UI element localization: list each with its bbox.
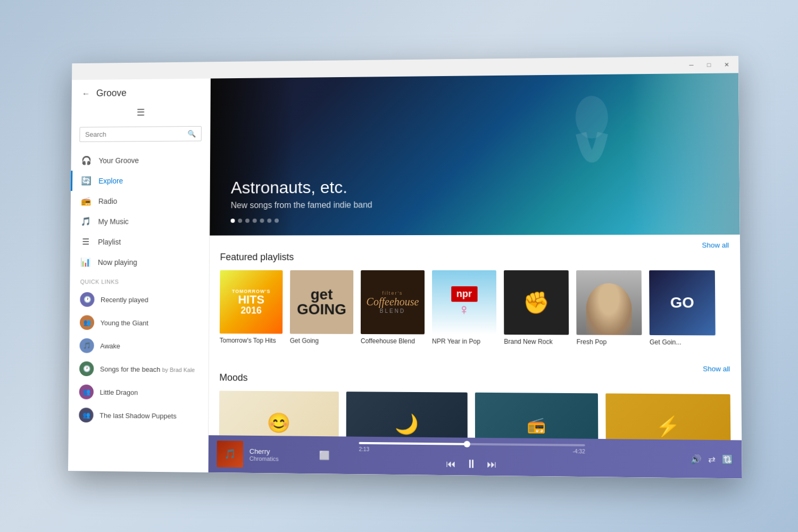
hero-title: Astronauts, etc. bbox=[231, 176, 718, 198]
playlist-title-rock: Brand New Rock bbox=[504, 338, 569, 346]
maximize-button[interactable]: □ bbox=[701, 60, 717, 70]
playlist-thumb-rock: ✊ bbox=[504, 270, 569, 335]
search-icon: 🔍 bbox=[187, 130, 196, 138]
little-dragon-avatar: 👥 bbox=[79, 385, 94, 400]
explore-icon: 🔄 bbox=[81, 176, 91, 186]
quick-links-heading: QUICK LINKS bbox=[70, 272, 209, 288]
progress-thumb[interactable] bbox=[463, 441, 470, 447]
hero-banner[interactable]: Astronauts, etc. New songs from the fame… bbox=[210, 73, 740, 235]
playlist-thumb-going: getGOING bbox=[290, 270, 353, 334]
nav-my-music[interactable]: 🎵 My Music bbox=[70, 211, 209, 231]
close-button[interactable]: ✕ bbox=[719, 59, 734, 70]
mood-chill[interactable]: 📻 bbox=[475, 392, 598, 440]
now-playing-artist: Chromatics bbox=[250, 455, 313, 462]
moods-row: 😊 🌙 📻 ⚡ bbox=[219, 390, 731, 440]
mini-player-button[interactable]: ⬜ bbox=[319, 450, 330, 460]
app-body: ← Groove ☰ 🔍 🎧 Your Groove 🔄 Explore 📻 R… bbox=[68, 73, 742, 478]
moods-section-title: Moods bbox=[219, 372, 730, 386]
songs-beach-label: Songs for the beach by Brad Kale bbox=[100, 365, 195, 373]
mood-energetic[interactable]: ⚡ bbox=[605, 393, 730, 440]
app-title: Groove bbox=[96, 88, 127, 99]
hero-dot-7[interactable] bbox=[275, 219, 279, 223]
nav-your-groove[interactable]: 🎧 Your Groove bbox=[71, 149, 210, 171]
playback-controls: ⏮ ⏸ ⏭ bbox=[446, 457, 496, 471]
hero-dot-5[interactable] bbox=[260, 219, 264, 223]
hero-subtitle: New songs from the famed indie band bbox=[231, 199, 718, 210]
progress-section: 2:13 -4:32 bbox=[359, 442, 585, 454]
radio-icon: 📻 bbox=[81, 196, 91, 206]
progress-times: 2:13 -4:32 bbox=[359, 446, 585, 454]
nav-radio[interactable]: 📻 Radio bbox=[71, 190, 210, 211]
nav-radio-label: Radio bbox=[98, 197, 117, 205]
moods-show-all-button[interactable]: Show all bbox=[703, 364, 730, 373]
main-content: Astronauts, etc. New songs from the fame… bbox=[209, 73, 742, 440]
sidebar-header: ← Groove bbox=[72, 79, 210, 103]
hero-dot-6[interactable] bbox=[267, 219, 271, 223]
nav-explore-label: Explore bbox=[98, 177, 123, 185]
skip-forward-button[interactable]: ⏭ bbox=[487, 459, 496, 470]
playlist-thumb-npm: npr ♀ bbox=[432, 270, 496, 335]
nav-playlist[interactable]: ☰ Playlist bbox=[70, 231, 209, 252]
pause-button[interactable]: ⏸ bbox=[466, 457, 477, 471]
quick-link-recently-played[interactable]: 🕐 Recently played bbox=[70, 288, 209, 311]
search-bar[interactable]: 🔍 bbox=[79, 126, 202, 142]
quick-link-awake[interactable]: 🎵 Awake bbox=[69, 334, 209, 358]
quick-link-last-shadow[interactable]: 👥 The last Shadow Puppets bbox=[69, 403, 209, 428]
volume-button[interactable]: 🔊 bbox=[691, 454, 702, 464]
skip-back-button[interactable]: ⏮ bbox=[446, 458, 455, 469]
playlist-row: TOMORROW'S HITS 2016 Tomorrow's Top Hits bbox=[220, 270, 730, 347]
playlist-title-coffeehouse: Coffeehouse Blend bbox=[361, 337, 425, 346]
headphones-icon: 🎧 bbox=[81, 155, 92, 165]
playlist-thumb-coffeehouse: filter's Coffeehouse BLEND bbox=[361, 270, 425, 334]
playlist-card-getgo2[interactable]: GO Get Goin... bbox=[649, 270, 716, 347]
search-input[interactable] bbox=[85, 130, 188, 138]
now-playing-album-art: 🎵 bbox=[217, 440, 244, 468]
hero-dot-4[interactable] bbox=[253, 219, 257, 223]
minimize-button[interactable]: ─ bbox=[684, 60, 699, 70]
get-going-text: getGOING bbox=[297, 287, 346, 317]
playlist-thumb-freshpop bbox=[576, 270, 642, 335]
recently-played-label: Recently played bbox=[101, 296, 148, 304]
quick-link-young-giant[interactable]: 👥 Young the Giant bbox=[69, 311, 209, 335]
hits-year: HITS bbox=[238, 294, 264, 306]
energetic-icon: ⚡ bbox=[655, 415, 680, 438]
total-time: -4:32 bbox=[572, 448, 585, 454]
featured-show-all-button[interactable]: Show all bbox=[702, 241, 729, 249]
bar-chart-icon: 📊 bbox=[80, 257, 90, 267]
now-playing-title: Cherry bbox=[250, 447, 313, 455]
playlist-card-rock[interactable]: ✊ Brand New Rock bbox=[504, 270, 569, 346]
sidebar: ← Groove ☰ 🔍 🎧 Your Groove 🔄 Explore 📻 R… bbox=[68, 79, 211, 472]
hero-dot-2[interactable] bbox=[238, 219, 242, 223]
shuffle-button[interactable]: ⇄ bbox=[708, 454, 716, 464]
playlist-card-npr[interactable]: npr ♀ NPR Year in Pop bbox=[432, 270, 496, 346]
awake-label: Awake bbox=[100, 342, 120, 350]
nav-my-music-label: My Music bbox=[98, 217, 129, 226]
quick-link-songs-beach[interactable]: 🕐 Songs for the beach by Brad Kale bbox=[69, 357, 209, 381]
progress-bar[interactable] bbox=[359, 442, 585, 446]
playlist-card-freshpop[interactable]: Fresh Pop bbox=[576, 270, 642, 347]
playlist-title-hits: Tomorrow's Top Hits bbox=[220, 337, 282, 345]
playback-bar: 🎵 Cherry Chromatics ⬜ 2:13 -4:32 bbox=[209, 435, 742, 478]
playlist-thumb-getgo2: GO bbox=[649, 270, 716, 335]
hamburger-button[interactable]: ☰ bbox=[71, 102, 210, 123]
last-shadow-label: The last Shadow Puppets bbox=[99, 411, 177, 420]
main-panel: Astronauts, etc. New songs from the fame… bbox=[209, 73, 742, 478]
nav-now-playing[interactable]: 📊 Now playing bbox=[70, 252, 210, 272]
back-button[interactable]: ← bbox=[82, 89, 90, 98]
mood-happy[interactable]: 😊 bbox=[219, 390, 339, 440]
hero-dot-3[interactable] bbox=[245, 219, 250, 223]
nav-playlist-label: Playlist bbox=[98, 237, 121, 246]
playlist-thumb-hits: TOMORROW'S HITS 2016 bbox=[220, 270, 283, 334]
playlist-card-tomorrows-hits[interactable]: TOMORROW'S HITS 2016 Tomorrow's Top Hits bbox=[220, 270, 283, 345]
happy-face-icon: 😊 bbox=[267, 412, 291, 434]
dark-icon: 🌙 bbox=[395, 413, 419, 436]
quick-link-little-dragon[interactable]: 👥 Little Dragon bbox=[69, 380, 208, 405]
coffeehouse-text: filter's Coffeehouse BLEND bbox=[367, 290, 419, 314]
playlist-card-get-going[interactable]: getGOING Get Going bbox=[290, 270, 353, 346]
progress-fill bbox=[359, 442, 467, 445]
hero-dot-1[interactable] bbox=[231, 219, 235, 223]
mood-dark[interactable]: 🌙 bbox=[346, 392, 468, 440]
repeat-button[interactable]: 🔃 bbox=[722, 454, 733, 464]
playlist-card-coffeehouse[interactable]: filter's Coffeehouse BLEND Coffeehouse B… bbox=[361, 270, 425, 346]
nav-explore[interactable]: 🔄 Explore bbox=[71, 170, 210, 190]
